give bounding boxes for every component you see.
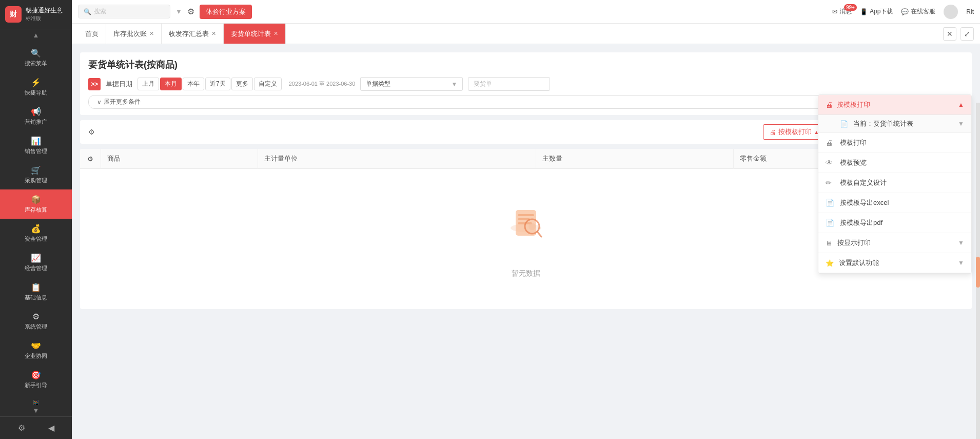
- template-print-btn[interactable]: 🖨 按模板打印 ▲: [763, 124, 826, 140]
- tab-home-label: 首页: [85, 29, 99, 39]
- tab-order-stats-close[interactable]: ✕: [273, 30, 278, 37]
- sidebar-item-collab[interactable]: 🤝 企业协同: [0, 336, 72, 365]
- date-custom[interactable]: 自定义: [254, 78, 282, 90]
- set-default-arrow: ▼: [958, 259, 964, 266]
- tabbar-actions: ✕ ⤢: [943, 27, 974, 41]
- sidebar-item-quick-nav[interactable]: ⚡ 快捷导航: [0, 72, 72, 102]
- date-last7days[interactable]: 近7天: [205, 78, 230, 90]
- order-goods-input[interactable]: 要货单: [468, 77, 550, 91]
- sidebar-item-newbie[interactable]: 🎯 新手引导: [0, 365, 72, 394]
- tab-expand[interactable]: ⤢: [961, 27, 974, 41]
- messages-badge: 99+: [844, 4, 857, 11]
- page-title: 要货单统计表(按商品): [88, 59, 964, 71]
- template-export-pdf-icon: 📄: [826, 219, 835, 227]
- filter-expand-btn[interactable]: >>: [88, 78, 101, 90]
- sidebar-item-finance[interactable]: 💰 资金管理: [0, 219, 72, 248]
- trial-button[interactable]: 体验行业方案: [200, 5, 252, 19]
- expand-more-icon: ∨: [97, 99, 102, 106]
- empty-text: 暂无数据: [512, 269, 540, 278]
- scrollbar-thumb[interactable]: [976, 257, 980, 288]
- tab-receipt-summary-label: 收发存汇总表: [169, 29, 209, 39]
- sidebar-item-purchase[interactable]: 🛒 采购管理: [0, 160, 72, 189]
- toolbar-settings-icon[interactable]: ⚙: [88, 128, 95, 136]
- display-print-item[interactable]: 🖥 按显示打印 ▼: [818, 233, 971, 253]
- right-scrollbar: [976, 103, 980, 439]
- search-icon: 🔍: [31, 48, 41, 58]
- doc-type-select[interactable]: 单据类型 ▼: [360, 77, 463, 91]
- printer-icon: 🖨: [770, 128, 776, 136]
- sidebar-item-search[interactable]: 🔍 搜索菜单: [0, 43, 72, 72]
- template-custom-label: 模板自定义设计: [840, 178, 887, 187]
- sidebar-item-operation[interactable]: 📈 经营管理: [0, 248, 72, 277]
- purchase-icon: 🛒: [31, 165, 41, 175]
- expand-more-label: 展开更多条件: [104, 98, 141, 106]
- col-settings[interactable]: ⚙: [80, 149, 101, 169]
- filter-bar: >> 单据日期 上月 本月 本年 近7天 更多 自定义 2023-06-01 至…: [88, 77, 964, 91]
- col-quantity: 主数量: [536, 149, 734, 169]
- date-range-text: 2023-06-01 至 2023-06-30: [289, 80, 356, 88]
- basic-icon: 📋: [31, 282, 41, 292]
- template-print-item[interactable]: 🖨 模板打印: [818, 133, 971, 153]
- tab-home[interactable]: 首页: [78, 24, 106, 44]
- app-download-btn[interactable]: 📱 App下载: [860, 7, 893, 16]
- sidebar-scroll-down[interactable]: ▼: [0, 405, 72, 416]
- finance-icon: 💰: [31, 224, 41, 234]
- doc-type-label: 单据类型: [366, 80, 390, 88]
- dropdown-close-btn[interactable]: ▲: [958, 101, 964, 108]
- template-export-pdf-item[interactable]: 📄 按模板导出pdf: [818, 213, 971, 233]
- sidebar-item-sales[interactable]: 📊 销售管理: [0, 131, 72, 160]
- user-avatar[interactable]: [944, 5, 958, 19]
- marketing-icon: 📢: [31, 107, 41, 117]
- appstore-icon: 📱: [31, 399, 41, 405]
- col-goods: 商品: [101, 149, 258, 169]
- template-export-excel-item[interactable]: 📄 按模板导出excel: [818, 193, 971, 213]
- main-content: 🔍 搜索 ▼ ⚙ 体验行业方案 ✉ 消息 99+ 📱 App下载 💬 在线客服 …: [72, 0, 980, 439]
- sidebar-footer: ⚙ ◀: [0, 416, 72, 439]
- template-preview-item[interactable]: 👁 模板预览: [818, 153, 971, 173]
- display-print-label: 按显示打印: [837, 238, 871, 247]
- template-custom-item[interactable]: ✏ 模板自定义设计: [818, 173, 971, 193]
- sidebar-collapse-icon[interactable]: ◀: [48, 423, 54, 433]
- topbar-settings-btn[interactable]: ⚙: [187, 7, 194, 16]
- template-print-icon: 🖨: [826, 139, 835, 147]
- sidebar-scroll-up[interactable]: ▲: [0, 29, 72, 41]
- online-service-btn[interactable]: 💬 在线客服: [901, 7, 935, 16]
- inventory-icon: 📦: [31, 195, 41, 204]
- operation-icon: 📈: [31, 253, 41, 263]
- date-more[interactable]: 更多: [231, 78, 253, 90]
- date-prev-month[interactable]: 上月: [138, 78, 159, 90]
- tab-batch-accounts-close[interactable]: ✕: [149, 30, 154, 37]
- tab-receipt-summary-close[interactable]: ✕: [211, 30, 216, 37]
- svg-rect-2: [518, 214, 534, 216]
- sidebar-settings-icon[interactable]: ⚙: [18, 423, 25, 433]
- current-template-icon: 📄: [840, 120, 848, 128]
- set-default-item[interactable]: ⭐ 设置默认功能 ▼: [818, 253, 971, 273]
- sidebar-item-marketing[interactable]: 📢 营销推广: [0, 102, 72, 131]
- date-current-year[interactable]: 本年: [183, 78, 204, 90]
- sales-icon: 📊: [31, 136, 41, 146]
- col-unit: 主计量单位: [258, 149, 536, 169]
- messages-btn[interactable]: ✉ 消息 99+: [832, 7, 852, 16]
- collab-icon: 🤝: [31, 341, 41, 351]
- tab-receipt-summary[interactable]: 收发存汇总表 ✕: [162, 24, 224, 44]
- tab-order-stats[interactable]: 要货单统计表 ✕: [224, 24, 286, 44]
- sidebar-item-appstore[interactable]: 📱 应用中心: [0, 394, 72, 405]
- date-filter-label: 单据日期: [106, 80, 132, 89]
- sidebar-nav: 🔍 搜索菜单 ⚡ 快捷导航 📢 营销推广 📊 销售管理 🛒 采购管理 📦 库存核…: [0, 41, 72, 405]
- set-default-icon: ⭐: [826, 259, 834, 267]
- date-current-month[interactable]: 本月: [160, 78, 182, 90]
- topbar-right: ✉ 消息 99+ 📱 App下载 💬 在线客服 Rit: [832, 5, 974, 19]
- tab-close-all[interactable]: ✕: [943, 27, 956, 41]
- topbar-search-icon: 🔍: [84, 8, 91, 15]
- tab-batch-accounts[interactable]: 库存批次账 ✕: [106, 24, 162, 44]
- sidebar-item-system[interactable]: ⚙ 系统管理: [0, 307, 72, 336]
- sidebar-item-basic[interactable]: 📋 基础信息: [0, 277, 72, 307]
- topbar-dropdown-icon[interactable]: ▼: [175, 8, 182, 15]
- service-icon: 💬: [901, 8, 909, 15]
- display-print-arrow: ▼: [958, 239, 964, 246]
- template-print-label: 模板打印: [840, 138, 867, 147]
- sidebar-item-inventory[interactable]: 📦 库存核算: [0, 189, 72, 219]
- current-template-item[interactable]: 📄 当前：要货单统计表 ▼: [818, 115, 971, 133]
- template-dropdown: 🖨 按模板打印 ▲ 📄 当前：要货单统计表 ▼ 🖨 模板打印 👁 模板预览: [818, 94, 972, 274]
- topbar-search[interactable]: 🔍 搜索: [78, 5, 170, 18]
